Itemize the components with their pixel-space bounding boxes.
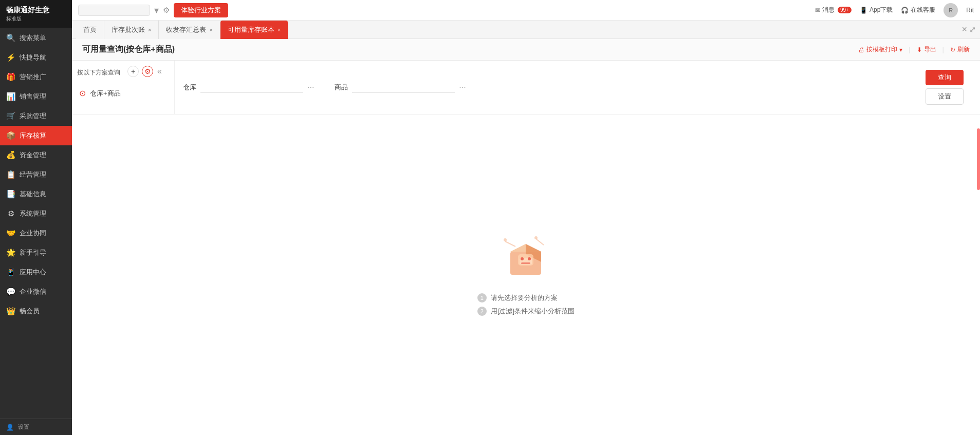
sidebar-item-search[interactable]: 🔍 搜索菜单 — [0, 28, 72, 48]
tab-batch-account-close[interactable]: × — [148, 27, 151, 33]
headset-icon: 🎧 — [901, 7, 909, 14]
filter-schemes-panel: 按以下方案查询 + ⚙ « ⊙ 仓库+商品 — [72, 61, 175, 114]
sidebar-icon-purchase: 🛒 — [6, 111, 15, 121]
sidebar-item-guide[interactable]: 🌟 新手引导 — [0, 243, 72, 262]
sidebar-label-search: 搜索菜单 — [20, 33, 46, 43]
sidebar-label-operations: 经营管理 — [20, 170, 46, 179]
refresh-button[interactable]: ↻ 刷新 — [950, 45, 970, 54]
filter-settings-button[interactable]: ⚙ — [142, 66, 153, 77]
sidebar-label-system: 系统管理 — [20, 209, 46, 218]
divider2: | — [942, 46, 944, 53]
warehouse-field-label: 仓库 — [183, 83, 196, 92]
online-service-item[interactable]: 🎧 在线客服 — [901, 6, 935, 14]
empty-illustration — [500, 234, 551, 285]
avatar-initials: R — [949, 7, 953, 13]
sidebar-icon-base_info: 📑 — [6, 190, 15, 199]
empty-tips: 1 请先选择要分析的方案 2 用[过滤]条件来缩小分析范围 — [477, 293, 575, 316]
topbar: ▾ ⚙ 体验行业方案 ✉ 消息 99+ 📱 App下载 🎧 在线客服 R Rit — [72, 0, 980, 21]
tip-num-1: 1 — [477, 293, 487, 302]
tabs-actions: × ⤢ — [961, 24, 976, 35]
footer-icon: 👤 — [6, 424, 14, 431]
filter-top-row: 按以下方案查询 + ⚙ « — [72, 66, 174, 81]
tab-receipt-summary-close[interactable]: × — [209, 27, 212, 33]
sidebar-item-system[interactable]: ⚙ 系统管理 — [0, 204, 72, 223]
sidebar-label-enterprise: 企业协同 — [20, 229, 46, 238]
content-area: 1 请先选择要分析的方案 2 用[过滤]条件来缩小分析范围 — [72, 115, 980, 435]
filter-collapse-button[interactable]: « — [156, 66, 163, 77]
print-label: 按模板打印 — [866, 45, 897, 54]
user-avatar[interactable]: R — [944, 3, 958, 17]
app-download-label: App下载 — [870, 6, 893, 14]
app-download-item[interactable]: 📱 App下载 — [860, 6, 893, 14]
product-dots-icon[interactable]: ··· — [459, 83, 466, 92]
message-badge: 99+ — [838, 7, 852, 13]
topbar-search-input[interactable] — [78, 5, 150, 16]
warehouse-dots-icon[interactable]: ··· — [307, 83, 314, 92]
sidebar-label-inventory: 库存核算 — [20, 131, 46, 140]
export-button[interactable]: ⬇ 导出 — [917, 45, 936, 54]
tabs-close-button[interactable]: × — [961, 24, 967, 35]
sidebar-icon-member: 👑 — [6, 307, 15, 316]
sidebar-label-wechat: 企业微信 — [20, 287, 46, 296]
tab-available-stock-close[interactable]: × — [278, 27, 281, 33]
tab-receipt-summary[interactable]: 收发存汇总表 × — [159, 21, 220, 39]
tip-1: 1 请先选择要分析的方案 — [477, 293, 575, 302]
sidebar-header: 畅康通好生意 标准版 — [0, 0, 72, 28]
username-label[interactable]: Rit — [966, 7, 974, 14]
topbar-gear-icon[interactable]: ⚙ — [163, 6, 170, 15]
message-label: 消息 — [822, 6, 835, 14]
page-header: 可用量查询(按仓库+商品) 🖨 按模板打印 ▾ | ⬇ 导出 | ↻ 刷新 — [72, 39, 980, 61]
tab-available-stock[interactable]: 可用量库存账本 × — [220, 21, 288, 39]
sidebar-label-purchase: 采购管理 — [20, 111, 46, 121]
svg-rect-7 — [521, 262, 530, 264]
page-title: 可用量查询(按仓库+商品) — [82, 44, 175, 55]
sidebar-icon-finance: 💰 — [6, 150, 15, 160]
sidebar-item-member[interactable]: 👑 畅会员 — [0, 301, 72, 321]
sidebar-item-marketing[interactable]: 🎁 营销推广 — [0, 67, 72, 87]
sidebar-item-wechat[interactable]: 💬 企业微信 — [0, 282, 72, 301]
topbar-dropdown-icon[interactable]: ▾ — [154, 5, 159, 16]
svg-point-11 — [534, 236, 538, 239]
sidebar-item-finance[interactable]: 💰 资金管理 — [0, 145, 72, 165]
filter-scheme-item[interactable]: ⊙ 仓库+商品 — [74, 85, 174, 101]
svg-point-6 — [528, 257, 531, 260]
sidebar-icon-system: ⚙ — [6, 209, 15, 218]
refresh-icon: ↻ — [950, 46, 955, 53]
sidebar-item-base_info[interactable]: 📑 基础信息 — [0, 184, 72, 204]
message-icon: ✉ — [815, 7, 820, 14]
right-scrollbar[interactable] — [977, 128, 980, 190]
sidebar-icon-search: 🔍 — [6, 33, 15, 43]
page-actions: 🖨 按模板打印 ▾ | ⬇ 导出 | ↻ 刷新 — [858, 45, 970, 54]
message-item[interactable]: ✉ 消息 99+ — [815, 6, 852, 14]
warehouse-field-input[interactable] — [200, 82, 303, 93]
industry-solution-button[interactable]: 体验行业方案 — [174, 3, 228, 17]
settings-button[interactable]: 设置 — [926, 88, 964, 105]
sidebar-icon-quick_nav: ⚡ — [6, 53, 15, 62]
sidebar-icon-sales: 📊 — [6, 92, 15, 101]
tab-home[interactable]: 首页 — [76, 21, 104, 39]
sidebar-label-member: 畅会员 — [20, 307, 40, 316]
product-field-input[interactable] — [352, 82, 455, 93]
tab-available-stock-label: 可用量库存账本 — [228, 25, 274, 34]
sidebar-item-inventory[interactable]: 📦 库存核算 — [0, 126, 72, 145]
tip-text-1: 请先选择要分析的方案 — [491, 293, 558, 302]
sidebar-item-sales[interactable]: 📊 销售管理 — [0, 87, 72, 106]
sidebar-footer: 👤 设置 — [0, 419, 72, 435]
print-button[interactable]: 🖨 按模板打印 ▾ — [858, 45, 902, 54]
sidebar-item-quick_nav[interactable]: ⚡ 快捷导航 — [0, 48, 72, 67]
sidebar-item-operations[interactable]: 📋 经营管理 — [0, 165, 72, 184]
filter-add-button[interactable]: + — [127, 66, 139, 77]
sidebar-label-sales: 销售管理 — [20, 92, 46, 101]
sidebar-item-enterprise[interactable]: 🤝 企业协同 — [0, 223, 72, 243]
settings-circle-icon: ⚙ — [144, 67, 151, 75]
plus-icon: + — [131, 67, 135, 75]
sidebar-item-app_center[interactable]: 📱 应用中心 — [0, 262, 72, 282]
query-button[interactable]: 查询 — [926, 70, 964, 85]
tip-num-2: 2 — [477, 307, 487, 316]
tabs-expand-button[interactable]: ⤢ — [969, 24, 976, 35]
print-dropdown-icon: ▾ — [899, 46, 902, 53]
sidebar-item-purchase[interactable]: 🛒 采购管理 — [0, 106, 72, 126]
tab-batch-account[interactable]: 库存批次账 × — [104, 21, 159, 39]
app-name: 畅康通好生意 — [6, 5, 66, 15]
sidebar-icon-guide: 🌟 — [6, 248, 15, 257]
